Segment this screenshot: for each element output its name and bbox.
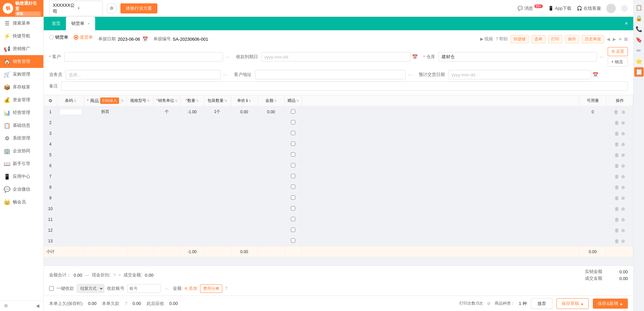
right-panel-icon-6[interactable]: ⭐	[634, 56, 644, 66]
copy-row-icon[interactable]: ⊕	[620, 142, 626, 147]
discard-button[interactable]: 放弃	[531, 298, 553, 309]
delete-row-icon[interactable]: 🗑	[613, 163, 620, 168]
account-more-icon[interactable]: ···	[163, 286, 170, 291]
expense-split-button[interactable]: 费用分摊	[200, 284, 222, 293]
right-panel-icon-5[interactable]: ✏	[634, 46, 644, 55]
row-pkg-qty[interactable]: 1个	[204, 107, 231, 117]
delete-row-icon[interactable]: 🗑	[613, 217, 620, 222]
scan-button[interactable]: 扫码录入	[100, 98, 119, 104]
delete-row-icon[interactable]: 🗑	[613, 131, 620, 136]
payment-due-input[interactable]	[261, 52, 411, 62]
sidebar-item-appstore[interactable]: 📱 应用中心	[0, 170, 43, 183]
trial-button[interactable]: 体验行业方案	[120, 3, 157, 13]
save-new-button[interactable]: 保存&新增 ▲	[593, 299, 628, 309]
sidebar-collapse-icon[interactable]: ◀	[36, 303, 39, 308]
sidebar-item-basics[interactable]: 📋 基础信息	[0, 119, 43, 132]
right-panel-icon-2[interactable]: 🔒	[634, 13, 644, 23]
sidebar-item-collab[interactable]: 🏢 企业协同	[0, 145, 43, 157]
row-barcode[interactable]	[57, 107, 84, 117]
delete-row-icon[interactable]: 🗑	[613, 120, 620, 125]
salesperson-input[interactable]	[66, 70, 221, 79]
customer-address-input[interactable]	[255, 70, 406, 79]
copy-row-icon[interactable]: ⊕	[620, 217, 626, 222]
copy-row-icon[interactable]: ⊕	[620, 195, 626, 201]
doc-settings-button[interactable]: ⚙ 设置	[608, 47, 628, 56]
radio-return-order[interactable]: 退货单	[74, 34, 93, 40]
gift-checkbox[interactable]	[291, 238, 295, 243]
tab-home[interactable]: 首页	[46, 17, 66, 30]
row-product[interactable]: 拆页	[84, 107, 126, 117]
view-list-icon[interactable]: ≡	[619, 37, 621, 42]
salesperson-more-icon[interactable]: ···	[222, 72, 229, 77]
right-panel-icon-3[interactable]: 📞	[634, 24, 644, 34]
gift-checkbox[interactable]	[291, 185, 295, 189]
row-spec[interactable]	[126, 107, 153, 117]
notes-input[interactable]	[61, 81, 628, 91]
table-settings-icon[interactable]: ⚙	[48, 98, 52, 103]
sidebar-item-wechat[interactable]: 💬 企业微信	[0, 183, 43, 196]
user-avatar2[interactable]	[621, 5, 628, 12]
message-button[interactable]: 💬 消息 99+	[518, 5, 543, 11]
sidebar-item-system[interactable]: ⚙ 系统管理	[0, 132, 43, 145]
gift-checkbox[interactable]	[291, 163, 295, 167]
close-tab-icon[interactable]: ×	[88, 22, 90, 26]
account-input[interactable]	[127, 284, 161, 293]
gift-checkbox[interactable]	[291, 152, 295, 157]
gift-checkbox[interactable]	[291, 131, 295, 135]
delivery-date-input[interactable]	[448, 70, 591, 79]
shortcut-btn[interactable]: 快捷键	[510, 35, 529, 43]
arrears-info-icon[interactable]: ?	[125, 301, 127, 306]
sidebar-item-search[interactable]: ☰ 搜索菜单	[0, 17, 43, 30]
sidebar-item-inventory[interactable]: 📦 库存核算	[0, 81, 43, 93]
row-amount[interactable]: 0.00	[258, 107, 285, 117]
history-btn[interactable]: 历史单据	[582, 35, 604, 43]
warehouse-more-icon[interactable]: ···	[598, 54, 605, 60]
nav-prev-icon[interactable]: ◀	[607, 37, 610, 42]
sidebar-item-guide[interactable]: 📖 新手引导	[0, 157, 43, 170]
view-grid-icon[interactable]: ⊞	[624, 37, 628, 42]
nav-next-icon[interactable]: ▶	[613, 37, 616, 42]
operate-btn[interactable]: 操作	[565, 35, 579, 43]
right-panel-icon-1[interactable]: 📋	[634, 3, 644, 12]
close-all-tabs-icon[interactable]: ×	[622, 19, 631, 28]
company-selector[interactable]: XXXXXX公司 ▼	[49, 1, 103, 16]
row-unit[interactable]: 个	[153, 107, 180, 117]
warehouse-input[interactable]	[439, 52, 597, 62]
right-panel-icon-7[interactable]: 🧾	[634, 67, 644, 77]
tab-sales-order[interactable]: 销货单 ×	[66, 17, 95, 30]
copy-row-icon[interactable]: ⊕	[620, 228, 626, 233]
copy-row-icon[interactable]: ⊕	[620, 120, 626, 125]
row-gift[interactable]	[285, 107, 302, 117]
row-remarks[interactable]	[302, 107, 579, 117]
customer-input[interactable]	[64, 52, 223, 62]
gift-checkbox[interactable]	[291, 195, 295, 200]
gift-checkbox[interactable]	[291, 120, 295, 124]
online-service-button[interactable]: 🎧 在线客服	[577, 5, 601, 11]
discount-info-icon[interactable]: ?	[113, 273, 116, 278]
gift-checkbox[interactable]	[291, 228, 295, 232]
expense-info-icon[interactable]: ?	[225, 286, 227, 291]
help-btn[interactable]: ? 帮助	[496, 36, 508, 42]
app-download-button[interactable]: 📱 App下载	[548, 5, 571, 11]
billing-method-select[interactable]: 结算方式	[77, 284, 104, 293]
delete-row-icon[interactable]: 🗑	[613, 109, 619, 115]
delete-row-icon[interactable]: 🗑	[613, 185, 620, 190]
delete-row-icon[interactable]: 🗑	[613, 174, 620, 179]
delete-row-icon[interactable]: 🗑	[613, 195, 620, 201]
print-settings-icon[interactable]: ⚙	[487, 301, 491, 306]
sidebar-item-purchase[interactable]: 🛒 采购管理	[0, 68, 43, 81]
copy-row-icon[interactable]: ⊕	[620, 185, 626, 190]
delete-row-icon[interactable]: 🗑	[613, 142, 620, 147]
th-settings[interactable]: ⚙	[44, 95, 57, 107]
sidebar-item-marketing[interactable]: 📢 营销推广	[0, 42, 43, 55]
video-btn[interactable]: ▶ 视频	[480, 36, 493, 42]
delete-row-icon[interactable]: 🗑	[613, 228, 620, 233]
row-qty[interactable]: -1.00	[180, 107, 204, 117]
gift-checkbox[interactable]	[291, 217, 295, 221]
sidebar-item-vip[interactable]: 👑 畅会员	[0, 196, 43, 208]
save-draft-button[interactable]: 保存草稿 ▲	[557, 298, 589, 309]
copy-row-icon[interactable]: ⊕	[620, 131, 626, 136]
right-panel-icon-4[interactable]: 🔖	[634, 35, 644, 44]
copy-row-icon[interactable]: ⊕	[620, 174, 626, 179]
delete-row-icon[interactable]: 🗑	[613, 152, 620, 158]
